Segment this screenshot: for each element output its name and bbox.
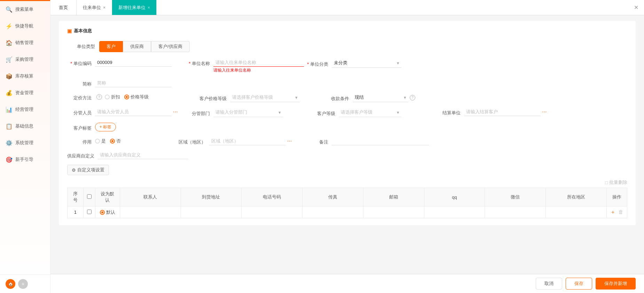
cell-wechat[interactable]: [485, 206, 546, 218]
disable-label: 停用: [67, 137, 92, 145]
th-location: 所在地区: [546, 188, 607, 206]
sidebar-item-quicknav[interactable]: ⚡ 快捷导航: [0, 18, 50, 34]
save-add-button[interactable]: 保存并新增: [596, 278, 636, 290]
custom-settings-button[interactable]: ⚙ 自定义项设置: [67, 165, 109, 175]
field-supplier-custom: 供应商自定义: [67, 151, 206, 159]
row-manager: 分管人员 ··· 分管部门 请输入分管部门 ▾ 客户等级 请选择客户等级 ▾: [67, 108, 627, 117]
unit-code-label: 单位编码: [67, 58, 92, 67]
radio-disable-yes[interactable]: 是: [95, 138, 106, 144]
price-level-label: 客户价格等级: [199, 93, 227, 102]
settlement-more-btn[interactable]: ···: [542, 109, 547, 115]
region-more-btn[interactable]: ···: [287, 138, 292, 144]
cell-fax[interactable]: [303, 206, 363, 218]
contact-input[interactable]: [124, 210, 177, 215]
tab-home[interactable]: 首页: [50, 0, 77, 15]
radio-discount[interactable]: 折扣: [105, 94, 120, 100]
location-input[interactable]: [549, 210, 603, 215]
sidebar-home-btn[interactable]: 🏠: [6, 279, 15, 289]
tab-bar: 首页 往来单位 × 新增往来单位 × ✕: [50, 0, 644, 15]
row-abbreviation: 简称: [67, 79, 627, 87]
pricing-help-icon[interactable]: ?: [96, 94, 102, 100]
field-note: 备注: [304, 137, 443, 145]
sidebar-item-search[interactable]: 🔍 搜索菜单: [0, 1, 50, 18]
tab-add-unit-close[interactable]: ×: [148, 5, 150, 10]
unit-type-both-btn[interactable]: 客户/供应商: [151, 41, 190, 52]
cell-location[interactable]: [546, 206, 607, 218]
region-input[interactable]: [209, 137, 286, 145]
sidebar-item-inventory[interactable]: 📦 库存核算: [0, 68, 50, 84]
field-settlement: 结算单位 ···: [436, 108, 555, 116]
sidebar-item-newguide[interactable]: 🎯 新手引导: [0, 151, 50, 168]
row-checkbox[interactable]: [87, 210, 92, 214]
unit-type-customer-btn[interactable]: 客户: [99, 41, 123, 52]
th-email: 邮箱: [363, 188, 424, 206]
sidebar-item-system[interactable]: ⚙️ 系统管理: [0, 135, 50, 151]
manager-input[interactable]: [95, 108, 172, 116]
payment-select[interactable]: 现结 ▾: [353, 93, 408, 102]
email-input[interactable]: [367, 210, 421, 215]
add-tag-button[interactable]: + 标签: [95, 123, 116, 131]
select-all-checkbox[interactable]: [87, 194, 92, 199]
unit-category-select[interactable]: 未分类 ▾: [332, 58, 401, 68]
row-action-group: ＋ 🗑: [610, 209, 623, 215]
payment-help-icon[interactable]: ?: [410, 95, 415, 100]
section-title: ▣ 基本信息: [67, 28, 627, 34]
contact-table-container: 序号 设为默认 联系人 到货地址 电话号码 传真 邮箱 qq 微信 所在地区 操…: [67, 188, 627, 218]
th-seq: 序号: [68, 188, 84, 206]
cell-contact[interactable]: [120, 206, 181, 218]
abbreviation-label: 简称: [67, 79, 92, 87]
inventory-icon: 📦: [6, 73, 13, 80]
th-phone: 电话号码: [242, 188, 303, 206]
price-level-arrow: ▾: [295, 95, 298, 100]
row-add-btn[interactable]: ＋: [610, 209, 615, 215]
price-level-select[interactable]: 请选择客户价格等级 ▾: [230, 93, 300, 102]
field-price-level: 客户价格等级 请选择客户价格等级 ▾: [199, 93, 325, 102]
note-label: 备注: [304, 137, 328, 145]
customer-level-select[interactable]: 请选择客户等级 ▾: [339, 108, 401, 117]
sidebar-item-purchase[interactable]: 🛒 采购管理: [0, 51, 50, 68]
field-disable: 停用 是 否: [67, 137, 179, 145]
row-customer-tag: 客户标签 + 标签: [67, 123, 627, 131]
unit-type-supplier-btn[interactable]: 供应商: [123, 41, 151, 52]
abbreviation-input[interactable]: [95, 79, 172, 87]
note-input[interactable]: [332, 137, 429, 145]
phone-input[interactable]: [245, 210, 299, 215]
sidebar-item-operations[interactable]: 📊 经营管理: [0, 101, 50, 118]
qq-input[interactable]: [428, 210, 481, 215]
dept-select[interactable]: 请输入分管部门 ▾: [213, 108, 283, 117]
field-dept: 分管部门 请输入分管部门 ▾: [186, 108, 311, 117]
default-radio[interactable]: 默认: [99, 209, 116, 215]
sidebar-item-basic[interactable]: 📋 基础信息: [0, 118, 50, 135]
radio-level[interactable]: 价格等级: [124, 94, 149, 100]
save-button[interactable]: 保存: [566, 278, 592, 290]
settlement-input[interactable]: [464, 108, 541, 116]
field-payment: 收款条件 现结 ▾ ?: [325, 93, 450, 102]
tab-add-unit[interactable]: 新增往来单位 ×: [112, 0, 157, 15]
radio-disable-no[interactable]: 否: [110, 138, 121, 144]
sidebar-item-sales[interactable]: 🏠 销售管理: [0, 34, 50, 51]
unit-name-error-msg: 请输入往来单位名称: [213, 67, 251, 73]
window-close-btn[interactable]: ✕: [634, 5, 638, 10]
sidebar-expand-btn[interactable]: ≡: [18, 279, 28, 289]
fax-input[interactable]: [306, 210, 360, 215]
sidebar-item-finance[interactable]: 💰 资金管理: [0, 84, 50, 101]
tab-unit-list[interactable]: 往来单位 ×: [77, 0, 112, 15]
batch-delete-area[interactable]: □ 批量删除: [67, 179, 627, 186]
supplier-custom-input[interactable]: [98, 151, 188, 159]
tab-unit-list-close[interactable]: ×: [103, 5, 105, 10]
basic-info-card: ▣ 基本信息 单位类型 客户 供应商 客户/供应商 单位编码 单位名称: [59, 21, 636, 225]
wechat-input[interactable]: [488, 210, 542, 215]
unit-name-input[interactable]: [213, 58, 304, 67]
cell-phone[interactable]: [242, 206, 303, 218]
cancel-button[interactable]: 取消: [536, 278, 562, 290]
cell-email[interactable]: [363, 206, 424, 218]
field-unit-name: 单位名称 请输入往来单位名称: [186, 58, 304, 73]
row-delete-btn[interactable]: 🗑: [618, 209, 623, 215]
manager-more-btn[interactable]: ···: [173, 109, 178, 115]
cell-qq[interactable]: [424, 206, 485, 218]
radio-yes-circle: [95, 139, 100, 144]
operations-icon: 📊: [6, 106, 13, 113]
unit-code-input[interactable]: [95, 58, 172, 67]
cell-address[interactable]: [181, 206, 242, 218]
address-input[interactable]: [184, 210, 238, 215]
